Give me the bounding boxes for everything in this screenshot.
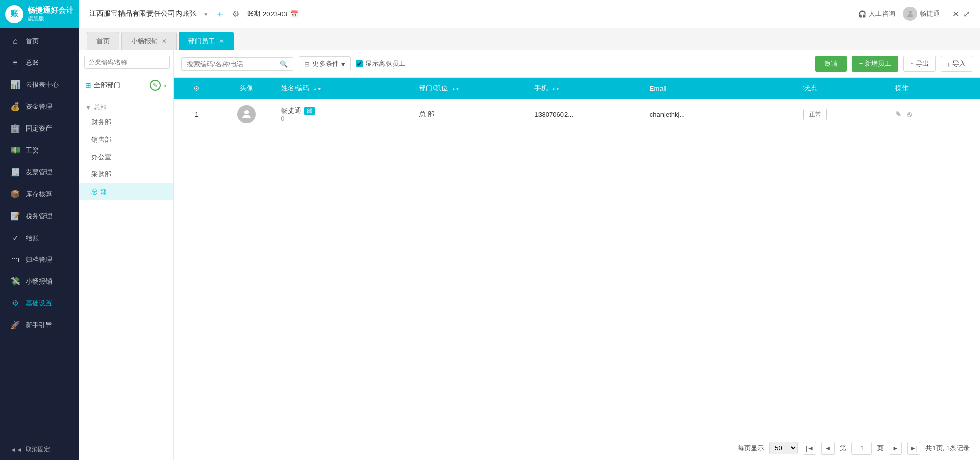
dept-item-sales[interactable]: 销售部 — [79, 131, 173, 148]
sidebar-item-expense[interactable]: 💸 小畅报销 — [0, 270, 79, 292]
dept-item-purchase[interactable]: 采购部 — [79, 166, 173, 183]
page-prev-button[interactable]: ◄ — [821, 442, 835, 455]
page-number-input[interactable] — [851, 442, 872, 455]
import-label: 导入 — [952, 59, 966, 68]
dept-item-office[interactable]: 办公室 — [79, 148, 173, 166]
calendar-icon[interactable]: 📅 — [290, 10, 298, 18]
col-dept-header[interactable]: 部门/职位 ▲▼ — [411, 78, 527, 99]
topbar-right: 🎧 人工咨询 畅捷通 — [858, 7, 940, 21]
logout-employee-button[interactable]: ⎋ — [907, 110, 912, 119]
company-settings-icon[interactable]: ⚙ — [232, 9, 239, 19]
sidebar-item-tax[interactable]: 📝 税务管理 — [0, 205, 79, 227]
sidebar-item-settings[interactable]: ⚙ 基础设置 — [0, 292, 79, 314]
show-resigned-checkbox[interactable]: 显示离职员工 — [356, 59, 405, 68]
sidebar: 账 畅捷通好会计 旗舰版 ⌂ 首页 ≡ 总账 📊 云报表中心 💰 资金管理 🏢 … — [0, 0, 79, 460]
employee-dept: 总 部 — [419, 110, 434, 118]
dept-search-input[interactable] — [84, 56, 170, 69]
headset-icon: 🎧 — [858, 10, 866, 18]
tab-expense-close[interactable]: ✕ — [162, 38, 167, 45]
dept-badge: 部 — [304, 107, 315, 115]
row-num: 1 — [174, 99, 219, 130]
table-row: 1 畅捷通 — [174, 99, 980, 130]
export-button[interactable]: ↑ 导出 — [903, 56, 936, 72]
sidebar-pin-toggle[interactable]: ◄◄ 取消固定 — [0, 439, 79, 460]
row-email-cell: chanjethkj... — [642, 99, 796, 130]
import-button[interactable]: ↓ 导入 — [941, 56, 973, 72]
employee-search-input[interactable] — [187, 60, 277, 68]
window-close-button[interactable]: ✕ — [952, 9, 959, 19]
filter-label: 更多条件 — [312, 59, 339, 68]
add-employee-button[interactable]: + 新增员工 — [852, 56, 898, 72]
sidebar-item-invoice[interactable]: 🧾 发票管理 — [0, 161, 79, 183]
collapse-panel-icon[interactable]: « — [163, 82, 167, 89]
close-period-icon: ✓ — [10, 233, 20, 243]
sidebar-item-close[interactable]: ✓ 结账 — [0, 227, 79, 249]
add-company-button[interactable]: ＋ — [215, 8, 225, 20]
dept-panel: 🔍 ⊞ 全部部门 ✎ « ▼ 总部 财务部 销售部 办公室 采购部 总 部 — [79, 50, 174, 460]
tab-department[interactable]: 部门员工 ✕ — [179, 32, 234, 50]
dept-expand-icon[interactable]: ▼ — [85, 104, 91, 111]
edit-employee-button[interactable]: ✎ — [895, 110, 902, 119]
dept-tree-header: ⊞ 全部部门 ✎ « — [79, 74, 173, 96]
col-phone-header[interactable]: 手机 ▲▼ — [527, 78, 642, 99]
tab-department-close[interactable]: ✕ — [219, 38, 224, 45]
col-action-header: 操作 — [888, 78, 980, 99]
assets-icon: 🏢 — [10, 123, 20, 133]
tab-department-label: 部门员工 — [188, 37, 215, 46]
employee-code: 0 — [281, 115, 404, 122]
sidebar-item-invoice-label: 发票管理 — [26, 168, 52, 177]
guide-icon: 🚀 — [10, 320, 20, 330]
dept-item-general[interactable]: 总 部 — [79, 183, 173, 200]
name-sort-icon[interactable]: ▲▼ — [313, 87, 322, 91]
employee-table: ⚙ 头像 姓名/编码 ▲▼ 部门/职位 ▲▼ 手机 — [174, 78, 980, 130]
filter-icon: ⊟ — [304, 60, 310, 68]
page-first-button[interactable]: |◄ — [803, 442, 816, 455]
sidebar-item-reports[interactable]: 📊 云报表中心 — [0, 73, 79, 95]
tab-expense[interactable]: 小畅报销 ✕ — [121, 32, 177, 50]
resigned-checkbox-input[interactable] — [356, 60, 363, 67]
dept-search-area: 🔍 — [79, 50, 173, 74]
page-size-select[interactable]: 50 100 200 — [769, 442, 798, 454]
dept-edit-icon[interactable]: ✎ — [150, 80, 161, 91]
company-dropdown-arrow[interactable]: ▾ — [204, 10, 208, 18]
sidebar-item-salary[interactable]: 💵 工资 — [0, 139, 79, 161]
sidebar-item-close-label: 结账 — [26, 234, 39, 243]
tab-home[interactable]: 首页 — [87, 32, 119, 50]
dept-sort-icon[interactable]: ▲▼ — [452, 87, 460, 91]
more-filter-button[interactable]: ⊟ 更多条件 ▾ — [299, 56, 351, 71]
sidebar-item-assets-label: 固定资产 — [26, 124, 52, 133]
inventory-icon: 📦 — [10, 189, 20, 199]
period-value: 2023-03 — [263, 10, 287, 18]
action-buttons: ✎ ⎋ — [895, 110, 972, 119]
home-icon: ⌂ — [10, 37, 20, 46]
expense-icon: 💸 — [10, 276, 20, 286]
customer-service-button[interactable]: 🎧 人工咨询 — [858, 9, 895, 18]
employee-name-display: 畅捷通 部 — [281, 106, 404, 115]
sidebar-item-finance[interactable]: 💰 资金管理 — [0, 95, 79, 117]
sidebar-item-home[interactable]: ⌂ 首页 — [0, 31, 79, 52]
employee-search-icon[interactable]: 🔍 — [280, 60, 288, 68]
window-maximize-button[interactable]: ⤢ — [963, 9, 970, 19]
user-menu[interactable]: 畅捷通 — [903, 7, 940, 21]
col-avatar-header: 头像 — [219, 78, 273, 99]
sidebar-item-inventory[interactable]: 📦 库存核算 — [0, 183, 79, 205]
phone-sort-icon[interactable]: ▲▼ — [552, 87, 560, 91]
col-name-header[interactable]: 姓名/编码 ▲▼ — [274, 78, 412, 99]
pin-icon: ◄◄ — [10, 446, 22, 453]
table-header-row: ⚙ 头像 姓名/编码 ▲▼ 部门/职位 ▲▼ 手机 — [174, 78, 980, 99]
invite-button[interactable]: 邀请 — [815, 56, 847, 72]
col-settings[interactable]: ⚙ — [174, 78, 219, 99]
pagination: 每页显示 50 100 200 |◄ ◄ 第 页 ► ►| 共1页, 1条记录 — [174, 436, 980, 460]
page-suffix: 页 — [877, 444, 884, 453]
sidebar-item-archive[interactable]: 🗃 归档管理 — [0, 249, 79, 270]
sidebar-item-ledger[interactable]: ≡ 总账 — [0, 52, 79, 73]
right-panel: 🔍 ⊟ 更多条件 ▾ 显示离职员工 邀请 + 新增员工 ↑ 导出 — [174, 50, 980, 460]
toolbar-right-actions: 邀请 + 新增员工 ↑ 导出 ↓ 导入 — [815, 56, 972, 72]
page-last-button[interactable]: ►| — [907, 442, 920, 455]
dept-item-finance[interactable]: 财务部 — [79, 114, 173, 131]
sidebar-item-assets[interactable]: 🏢 固定资产 — [0, 117, 79, 139]
sidebar-item-guide[interactable]: 🚀 新手引导 — [0, 314, 79, 336]
period-label: 账期 — [247, 9, 260, 18]
page-next-button[interactable]: ► — [889, 442, 902, 455]
sidebar-item-expense-label: 小畅报销 — [26, 277, 52, 286]
